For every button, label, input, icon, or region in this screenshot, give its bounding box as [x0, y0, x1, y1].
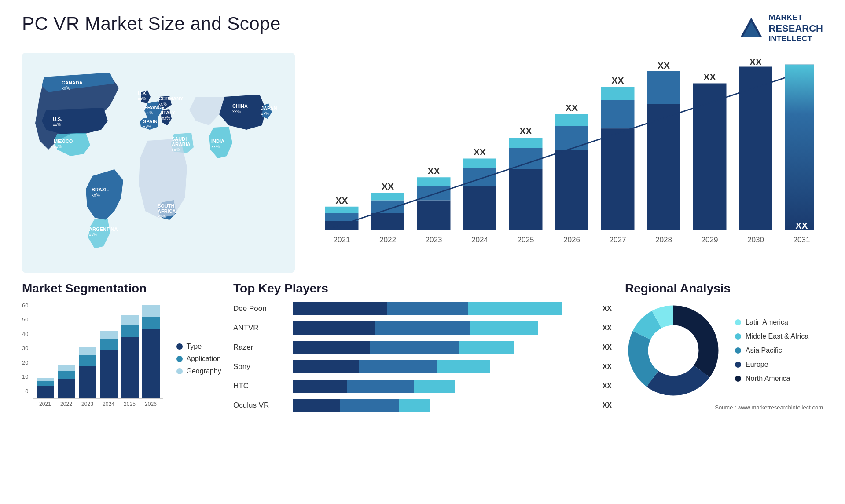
svg-rect-60: [647, 104, 680, 230]
legend-latin-america: Latin America: [735, 318, 808, 326]
geography-dot: [176, 368, 183, 374]
svg-text:xx%: xx%: [162, 116, 170, 121]
player-name-oculus: Oculus VR: [233, 401, 286, 410]
regional-title: Regional Analysis: [625, 281, 731, 296]
svg-text:xx%: xx%: [53, 122, 61, 127]
player-name-deepoon: Dee Poon: [233, 304, 286, 313]
svg-text:xx%: xx%: [172, 147, 180, 152]
svg-rect-76: [785, 64, 815, 229]
svg-rect-46: [601, 87, 635, 100]
page-container: PC VR Market Size and Scope MARKET RESEA…: [0, 0, 845, 504]
legend-middle-east-africa: Middle East & Africa: [735, 332, 808, 340]
svg-text:2023: 2023: [425, 235, 442, 244]
player-bar-sony: [293, 360, 592, 373]
svg-text:xx%: xx%: [89, 232, 97, 237]
southafrica-label: SOUTH: [158, 203, 175, 208]
player-value-sony: XX: [603, 363, 612, 371]
legend-type: Type: [176, 343, 221, 351]
svg-rect-37: [509, 148, 543, 169]
player-row-razer: Razer XX: [233, 341, 612, 354]
svg-rect-44: [601, 128, 635, 230]
svg-text:xx%: xx%: [211, 144, 220, 149]
svg-rect-30: [417, 177, 451, 186]
svg-rect-28: [417, 200, 451, 230]
svg-text:xx%: xx%: [62, 86, 70, 91]
svg-rect-40: [555, 150, 588, 230]
svg-rect-20: [325, 221, 359, 230]
player-name-antvr: ANTVR: [233, 324, 286, 332]
seg-bar-type-2021: [37, 386, 54, 398]
svg-text:ARABIA: ARABIA: [172, 142, 191, 147]
legend-europe: Europe: [735, 361, 808, 369]
player-row-htc: HTC XX: [233, 380, 612, 393]
regional-section: Regional Analysis: [625, 281, 823, 412]
svg-text:2021: 2021: [333, 235, 350, 244]
svg-text:XX: XX: [428, 165, 440, 175]
uk-label: U.K.: [138, 91, 147, 96]
player-row-sony: Sony XX: [233, 360, 612, 373]
header: PC VR Market Size and Scope MARKET RESEA…: [22, 13, 823, 44]
player-bar-razer: [293, 341, 592, 354]
svg-text:xx%: xx%: [158, 214, 166, 219]
svg-text:2026: 2026: [563, 235, 580, 244]
svg-rect-59: [647, 71, 680, 104]
middle-east-dot: [735, 333, 741, 340]
segmentation-title: Market Segmentation: [22, 281, 220, 296]
player-bar-antvr: [293, 321, 592, 335]
germany-label: GERMANY: [158, 96, 184, 101]
svg-text:xx%: xx%: [92, 193, 100, 197]
player-row-oculus: Oculus VR XX: [233, 399, 612, 412]
svg-rect-36: [509, 169, 543, 230]
svg-rect-24: [371, 213, 404, 230]
argentina-label: ARGENTINA: [89, 226, 118, 232]
svg-text:xx%: xx%: [138, 96, 146, 101]
svg-rect-38: [509, 138, 543, 148]
player-row-antvr: ANTVR XX: [233, 321, 612, 335]
svg-text:XX: XX: [796, 220, 808, 230]
player-name-razer: Razer: [233, 343, 286, 352]
map-section: CANADA xx% U.S. xx% MEXICO xx% BRAZIL xx…: [22, 53, 295, 273]
player-bar-htc: [293, 380, 592, 393]
svg-point-83: [648, 325, 698, 376]
svg-rect-22: [325, 206, 359, 212]
player-value-oculus: XX: [603, 402, 612, 409]
svg-text:XX: XX: [336, 195, 348, 205]
svg-text:xx%: xx%: [232, 109, 241, 114]
svg-rect-34: [463, 158, 496, 168]
svg-text:XX: XX: [382, 181, 394, 191]
source-text: Source : www.marketresearchintellect.com: [715, 404, 823, 411]
main-grid: CANADA xx% U.S. xx% MEXICO xx% BRAZIL xx…: [22, 53, 823, 412]
svg-text:XX: XX: [704, 71, 716, 81]
svg-text:2027: 2027: [609, 235, 626, 244]
svg-text:XX: XX: [520, 126, 532, 136]
svg-text:2025: 2025: [517, 235, 534, 244]
canada-label: CANADA: [62, 80, 83, 85]
player-value-razer: XX: [603, 343, 612, 351]
page-title: PC VR Market Size and Scope: [22, 13, 281, 34]
svg-text:XX: XX: [474, 146, 486, 157]
legend-north-america: North America: [735, 375, 808, 383]
svg-text:2030: 2030: [747, 235, 764, 244]
segmentation-legend: Type Application Geography: [168, 302, 221, 407]
north-america-dot: [735, 376, 741, 382]
svg-text:XX: XX: [612, 75, 624, 85]
svg-rect-21: [325, 213, 359, 221]
world-map: CANADA xx% U.S. xx% MEXICO xx% BRAZIL xx…: [22, 53, 295, 273]
japan-label: JAPAN: [261, 106, 277, 111]
type-dot: [176, 343, 183, 350]
svg-text:xx%: xx%: [144, 110, 153, 115]
latin-america-dot: [735, 319, 741, 325]
svg-text:2024: 2024: [471, 235, 488, 244]
legend-asia-pacific: Asia Pacific: [735, 347, 808, 354]
svg-rect-45: [601, 100, 635, 128]
regional-legend: Latin America Middle East & Africa Asia …: [735, 318, 808, 383]
svg-text:2029: 2029: [701, 235, 718, 244]
svg-rect-25: [371, 200, 404, 213]
players-title: Top Key Players: [233, 281, 612, 296]
player-row-deepoon: Dee Poon XX: [233, 302, 612, 315]
svg-text:XX: XX: [749, 57, 762, 67]
svg-rect-26: [371, 193, 404, 200]
player-bar-oculus: [293, 399, 592, 412]
map-svg-container: CANADA xx% U.S. xx% MEXICO xx% BRAZIL xx…: [22, 53, 295, 273]
players-section: Top Key Players Dee Poon XX: [233, 281, 612, 412]
